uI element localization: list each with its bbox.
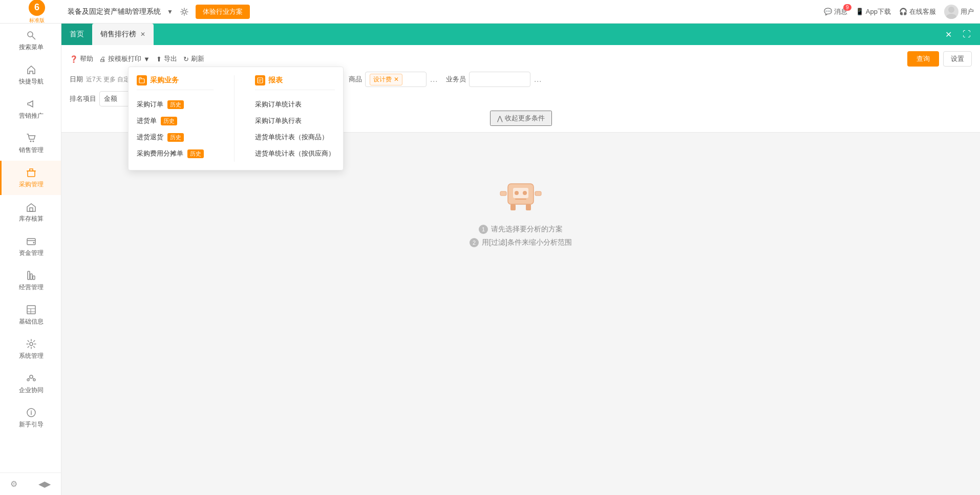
sidebar-item-enterprise[interactable]: 企业协同 <box>0 367 61 401</box>
table-icon <box>26 304 37 315</box>
collapse-label: 收起更多条件 <box>505 114 545 123</box>
dropdown-report-order-stats[interactable]: 采购订单统计表 <box>255 96 335 113</box>
help-icon: ❓ <box>70 55 78 63</box>
print-btn[interactable]: 🖨 按模板打印 ▼ <box>99 54 150 63</box>
sidebar-item-search[interactable]: 搜索菜单 <box>0 24 61 58</box>
report-col-icon <box>255 75 265 85</box>
purchase-expense-history-badge: 历史 <box>187 149 204 158</box>
online-service-btn[interactable]: 🎧 在线客服 <box>899 7 936 16</box>
hint-2-text: 用[过滤]条件来缩小分析范围 <box>482 238 572 247</box>
content-area: 首页 销售排行榜 ✕ ✕ ⛶ ❓ 帮助 <box>61 24 980 495</box>
sidebar-item-marketing[interactable]: 营销推广 <box>0 92 61 126</box>
goods-dots[interactable]: … <box>430 75 438 84</box>
svg-rect-12 <box>30 274 32 279</box>
user-avatar <box>944 5 958 19</box>
refresh-label: 刷新 <box>191 54 204 63</box>
tab-maximize-btn[interactable]: ⛶ <box>960 27 974 41</box>
svg-line-4 <box>32 36 35 39</box>
logo-text: 标准版 <box>29 17 45 24</box>
sidebar-item-basic[interactable]: 基础信息 <box>0 298 61 332</box>
goods-tag-text: 设计费 <box>373 75 392 84</box>
dropdown-report-order-exec[interactable]: 采购订单执行表 <box>255 113 335 129</box>
tab-home[interactable]: 首页 <box>61 24 92 45</box>
header-settings-btn[interactable] <box>177 5 191 19</box>
cart-icon <box>26 133 37 144</box>
sidebar-item-inventory[interactable]: 库存核算 <box>0 195 61 229</box>
message-badge: 9 <box>843 4 851 11</box>
sidebar-funds-label: 资金管理 <box>19 249 44 257</box>
dropdown-purchase-expense[interactable]: 采购费用分摊单 历史 <box>137 145 214 162</box>
page-content: ❓ 帮助 🖨 按模板打印 ▼ ⬆ 导出 ↻ <box>61 45 980 495</box>
system-title: 装备及固定资产辅助管理系统 <box>68 7 161 16</box>
sidebar-item-operation[interactable]: 经营管理 <box>0 264 61 298</box>
dropdown-purchase-order[interactable]: 采购订单 历史 <box>137 96 214 113</box>
salesman-input[interactable] <box>469 72 530 87</box>
dropdown-report-supplier-stats[interactable]: 进货单统计表（按供应商） <box>255 145 335 162</box>
purchase-return-label: 进货退货 <box>137 133 163 142</box>
salesman-dots[interactable]: … <box>534 75 542 84</box>
sidebar-item-funds[interactable]: 资金管理 <box>0 229 61 264</box>
report-order-exec-label: 采购订单执行表 <box>255 116 302 125</box>
sidebar-item-purchase[interactable]: 采购管理 <box>0 161 61 195</box>
tab-close-window-btn[interactable]: ✕ <box>941 27 955 41</box>
svg-rect-29 <box>526 204 531 210</box>
help-btn[interactable]: ❓ 帮助 <box>70 54 93 63</box>
megaphone-icon <box>26 98 37 110</box>
sidebar-item-guide[interactable]: 新手引导 <box>0 401 61 435</box>
help-label: 帮助 <box>80 54 93 63</box>
tab-bar: 首页 销售排行榜 ✕ ✕ ⛶ <box>61 24 980 45</box>
svg-point-25 <box>523 191 527 195</box>
collapse-btn[interactable]: ⋀ 收起更多条件 <box>490 111 552 126</box>
report-supplier-stats-label: 进货单统计表（按供应商） <box>255 149 335 158</box>
refresh-btn[interactable]: ↻ 刷新 <box>183 54 204 63</box>
logo-icon: 6 <box>29 0 45 16</box>
svg-point-19 <box>30 375 33 378</box>
svg-rect-28 <box>510 204 516 210</box>
tab-sales-rank[interactable]: 销售排行榜 ✕ <box>92 24 154 45</box>
svg-point-20 <box>27 379 29 381</box>
goods-tag-close[interactable]: ✕ <box>394 76 399 83</box>
phone-icon: 📱 <box>856 8 864 15</box>
dropdown-col2-title: 报表 <box>255 75 335 90</box>
sidebar-collapse-btn[interactable]: ◀▶ <box>38 479 51 489</box>
dropdown-purchase-return[interactable]: 进货退货 历史 <box>137 129 214 145</box>
enterprise-icon <box>26 373 37 384</box>
online-service-label: 在线客服 <box>909 7 936 16</box>
user-menu-btn[interactable]: 用户 <box>944 5 974 19</box>
user-label: 用户 <box>961 7 974 16</box>
action-buttons: 查询 设置 <box>907 51 972 67</box>
app-download-btn[interactable]: 📱 App下载 <box>856 7 891 16</box>
query-btn[interactable]: 查询 <box>907 51 939 67</box>
export-btn[interactable]: ⬆ 导出 <box>156 54 177 63</box>
sidebar-enterprise-label: 企业协同 <box>19 386 44 395</box>
svg-rect-27 <box>535 191 541 196</box>
header-nav: 装备及固定资产辅助管理系统 ▼ 体验行业方案 <box>68 5 824 19</box>
settings-btn[interactable]: 设置 <box>943 51 972 67</box>
header-right: 💬 消息 9 📱 App下载 🎧 在线客服 用户 <box>824 5 974 19</box>
dropdown-report-goods-stats[interactable]: 进货单统计表（按商品） <box>255 129 335 145</box>
tab-close-btn[interactable]: ✕ <box>140 31 145 38</box>
sidebar-item-system[interactable]: 系统管理 <box>0 332 61 367</box>
sidebar-settings-btn[interactable]: ⚙ <box>10 479 17 489</box>
industry-btn[interactable]: 体验行业方案 <box>196 5 250 19</box>
chart-icon <box>26 270 37 281</box>
sidebar-item-quick-nav[interactable]: 快捷导航 <box>0 58 61 92</box>
svg-rect-9 <box>27 239 35 245</box>
dropdown-divider <box>234 75 235 162</box>
system-dropdown-btn[interactable]: ▼ <box>167 8 173 15</box>
message-btn[interactable]: 💬 消息 9 <box>824 7 847 16</box>
sidebar-item-sales[interactable]: 销售管理 <box>0 126 61 161</box>
purchase-col-icon <box>137 75 147 85</box>
filters-top: ❓ 帮助 🖨 按模板打印 ▼ ⬆ 导出 ↻ <box>70 51 972 67</box>
empty-hint-1: 1 请先选择要分析的方案 <box>479 225 563 234</box>
dropdown-col1-title-text: 采购业务 <box>150 76 179 85</box>
salesman-label: 业务员 <box>446 75 466 84</box>
wallet-icon <box>26 235 37 247</box>
goods-input[interactable]: 设计费 ✕ <box>365 72 427 87</box>
refresh-icon: ↻ <box>183 55 189 63</box>
svg-point-10 <box>33 242 35 244</box>
dropdown-purchase-goods[interactable]: 进货单 历史 <box>137 113 214 129</box>
salesman-filter: 业务员 … <box>446 72 542 87</box>
empty-hint-2: 2 用[过滤]条件来缩小分析范围 <box>470 238 572 247</box>
settings-icon <box>26 338 37 350</box>
